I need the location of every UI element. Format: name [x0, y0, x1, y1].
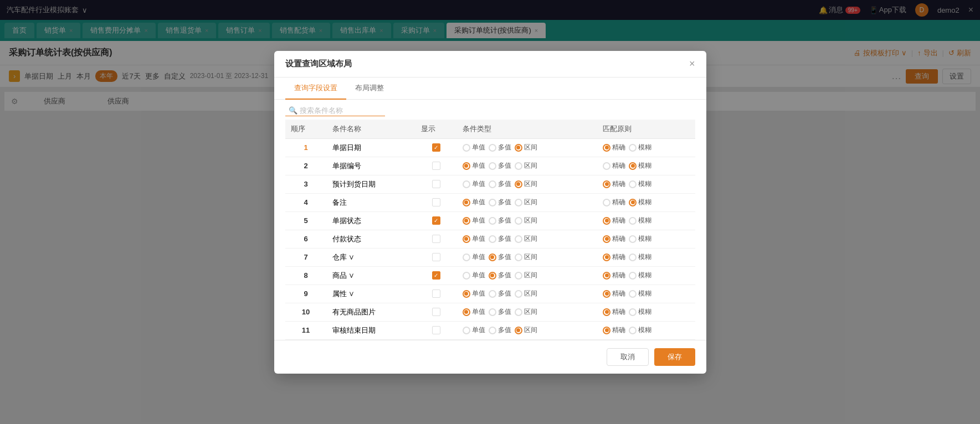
th-name: 条件名称 — [327, 120, 415, 139]
radio-type-9-多值[interactable]: 多值 — [489, 307, 511, 317]
dialog-header: 设置查询区域布局 × — [274, 51, 706, 77]
td-show-1[interactable] — [415, 157, 457, 175]
radio-match-9-精确[interactable]: 精确 — [603, 307, 625, 317]
tab-layout-adjust[interactable]: 布局调整 — [346, 77, 393, 100]
dialog-tabs: 查询字段设置 布局调整 — [274, 77, 706, 100]
td-order-2: 3 — [285, 175, 327, 193]
radio-type-2-单值[interactable]: 单值 — [463, 179, 485, 189]
td-type-7: 单值多值区间 — [457, 266, 597, 285]
radio-match-1-模糊[interactable]: 模糊 — [629, 161, 651, 170]
checkbox-5[interactable] — [432, 235, 440, 243]
radio-type-8-多值[interactable]: 多值 — [489, 289, 511, 298]
radio-type-9-区间[interactable]: 区间 — [515, 307, 537, 317]
radio-type-5-区间[interactable]: 区间 — [515, 234, 537, 244]
checkbox-0[interactable] — [432, 143, 440, 152]
save-button[interactable]: 保存 — [654, 348, 695, 366]
radio-type-1-多值[interactable]: 多值 — [489, 161, 511, 170]
radio-match-4-精确[interactable]: 精确 — [603, 216, 625, 225]
radio-match-2-模糊[interactable]: 模糊 — [629, 179, 651, 189]
td-show-6[interactable] — [415, 248, 457, 266]
cancel-button[interactable]: 取消 — [607, 348, 649, 366]
checkbox-7[interactable] — [432, 271, 440, 280]
radio-match-10-精确[interactable]: 精确 — [603, 325, 625, 335]
radio-type-0-单值[interactable]: 单值 — [463, 143, 485, 152]
checkbox-1[interactable] — [432, 162, 440, 170]
radio-match-7-精确[interactable]: 精确 — [603, 271, 625, 280]
td-show-5[interactable] — [415, 230, 457, 248]
td-name-7: 商品 ∨ — [327, 266, 415, 285]
radio-match-8-模糊[interactable]: 模糊 — [629, 289, 651, 298]
radio-match-2-精确[interactable]: 精确 — [603, 179, 625, 189]
radio-type-2-区间[interactable]: 区间 — [515, 179, 537, 189]
radio-type-1-单值[interactable]: 单值 — [463, 161, 485, 170]
radio-match-4-模糊[interactable]: 模糊 — [629, 216, 651, 225]
radio-match-3-模糊[interactable]: 模糊 — [629, 198, 651, 207]
radio-match-9-模糊[interactable]: 模糊 — [629, 307, 651, 317]
td-show-3[interactable] — [415, 193, 457, 211]
radio-type-7-单值[interactable]: 单值 — [463, 271, 485, 280]
radio-type-7-区间[interactable]: 区间 — [515, 271, 537, 280]
td-show-2[interactable] — [415, 175, 457, 193]
radio-type-8-区间[interactable]: 区间 — [515, 289, 537, 298]
radio-type-9-单值[interactable]: 单值 — [463, 307, 485, 317]
radio-type-3-单值[interactable]: 单值 — [463, 198, 485, 207]
dialog-table-header-row: 顺序 条件名称 显示 条件类型 匹配原则 — [285, 120, 695, 139]
checkbox-6[interactable] — [432, 253, 440, 261]
radio-type-10-区间[interactable]: 区间 — [515, 325, 537, 335]
radio-match-1-精确[interactable]: 精确 — [603, 161, 625, 170]
td-name-3: 备注 — [327, 193, 415, 211]
checkbox-10[interactable] — [432, 326, 440, 334]
radio-type-4-多值[interactable]: 多值 — [489, 216, 511, 225]
table-row: 9属性 ∨单值多值区间精确模糊 — [285, 285, 695, 303]
radio-match-7-模糊[interactable]: 模糊 — [629, 271, 651, 280]
radio-type-6-单值[interactable]: 单值 — [463, 252, 485, 262]
td-order-5: 6 — [285, 230, 327, 248]
radio-type-4-区间[interactable]: 区间 — [515, 216, 537, 225]
td-show-10[interactable] — [415, 321, 457, 339]
dialog-footer: 取消 保存 — [274, 340, 706, 374]
radio-match-6-模糊[interactable]: 模糊 — [629, 252, 651, 262]
table-row: 10有无商品图片单值多值区间精确模糊 — [285, 303, 695, 321]
radio-type-2-多值[interactable]: 多值 — [489, 179, 511, 189]
radio-type-10-单值[interactable]: 单值 — [463, 325, 485, 335]
radio-match-5-模糊[interactable]: 模糊 — [629, 234, 651, 244]
radio-type-6-区间[interactable]: 区间 — [515, 252, 537, 262]
radio-type-5-单值[interactable]: 单值 — [463, 234, 485, 244]
radio-match-6-精确[interactable]: 精确 — [603, 252, 625, 262]
td-order-9: 10 — [285, 303, 327, 321]
td-show-0[interactable] — [415, 138, 457, 157]
radio-match-8-精确[interactable]: 精确 — [603, 289, 625, 298]
radio-match-10-模糊[interactable]: 模糊 — [629, 325, 651, 335]
search-input[interactable] — [300, 106, 377, 115]
checkbox-2[interactable] — [432, 180, 440, 188]
td-name-4: 单据状态 — [327, 211, 415, 230]
td-show-9[interactable] — [415, 303, 457, 321]
td-order-1: 2 — [285, 157, 327, 175]
radio-type-4-单值[interactable]: 单值 — [463, 216, 485, 225]
radio-match-5-精确[interactable]: 精确 — [603, 234, 625, 244]
checkbox-9[interactable] — [432, 308, 440, 316]
td-order-0: 1 — [285, 138, 327, 157]
checkbox-8[interactable] — [432, 289, 440, 298]
radio-type-3-多值[interactable]: 多值 — [489, 198, 511, 207]
tab-query-fields[interactable]: 查询字段设置 — [285, 77, 346, 100]
radio-type-1-区间[interactable]: 区间 — [515, 161, 537, 170]
radio-type-0-多值[interactable]: 多值 — [489, 143, 511, 152]
radio-match-3-精确[interactable]: 精确 — [603, 198, 625, 207]
radio-type-6-多值[interactable]: 多值 — [489, 252, 511, 262]
radio-type-3-区间[interactable]: 区间 — [515, 198, 537, 207]
radio-type-7-多值[interactable]: 多值 — [489, 271, 511, 280]
dialog-close-button[interactable]: × — [689, 59, 695, 69]
radio-type-0-区间[interactable]: 区间 — [515, 143, 537, 152]
td-show-7[interactable] — [415, 266, 457, 285]
td-show-4[interactable] — [415, 211, 457, 230]
radio-type-10-多值[interactable]: 多值 — [489, 325, 511, 335]
radio-type-8-单值[interactable]: 单值 — [463, 289, 485, 298]
radio-match-0-模糊[interactable]: 模糊 — [629, 143, 651, 152]
checkbox-4[interactable] — [432, 216, 440, 225]
td-show-8[interactable] — [415, 285, 457, 303]
checkbox-3[interactable] — [432, 198, 440, 206]
td-name-0: 单据日期 — [327, 138, 415, 157]
radio-type-5-多值[interactable]: 多值 — [489, 234, 511, 244]
radio-match-0-精确[interactable]: 精确 — [603, 143, 625, 152]
